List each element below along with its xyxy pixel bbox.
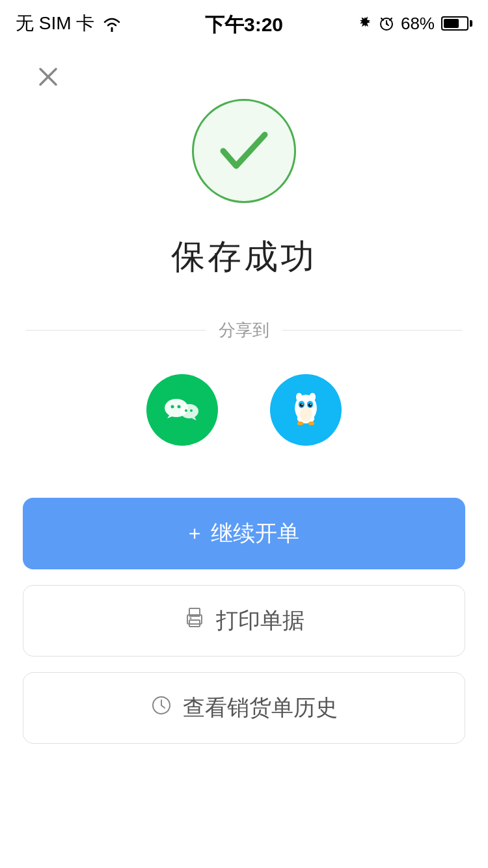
svg-point-4 — [180, 404, 198, 418]
svg-point-15 — [310, 404, 312, 405]
continue-icon: + — [189, 522, 201, 546]
status-bar: 无 SIM 卡 下午3:20 68% — [0, 0, 488, 47]
svg-point-14 — [301, 404, 303, 405]
print-button[interactable]: 打印单据 — [23, 585, 465, 657]
battery-percentage: 68% — [401, 14, 435, 34]
continue-button[interactable]: + 继续开单 — [23, 498, 465, 569]
qq-share-button[interactable] — [270, 374, 342, 446]
alarm-icon — [379, 16, 394, 31]
svg-point-7 — [185, 409, 187, 412]
svg-point-26 — [190, 617, 192, 619]
svg-point-19 — [297, 422, 303, 426]
success-circle — [192, 99, 296, 203]
wechat-icon — [161, 388, 204, 431]
status-right: 68% — [358, 14, 472, 34]
battery-icon — [441, 16, 472, 31]
continue-label: 继续开单 — [211, 519, 299, 549]
svg-point-8 — [190, 409, 193, 412]
success-title: 保存成功 — [171, 234, 317, 280]
close-button[interactable] — [29, 57, 68, 96]
wechat-share-button[interactable] — [146, 374, 218, 446]
status-time: 下午3:20 — [205, 12, 283, 38]
svg-point-6 — [178, 405, 181, 409]
wifi-icon — [101, 15, 123, 32]
location-icon — [358, 16, 372, 31]
svg-point-12 — [300, 403, 304, 407]
print-icon — [183, 607, 206, 634]
sim-status: 无 SIM 卡 — [16, 11, 94, 36]
divider-left — [26, 330, 206, 331]
close-icon — [35, 64, 61, 90]
divider-right — [282, 330, 462, 331]
svg-point-22 — [310, 393, 316, 401]
svg-point-21 — [296, 393, 302, 401]
share-label: 分享到 — [206, 319, 282, 342]
svg-point-20 — [308, 422, 314, 426]
history-label: 查看销货单历史 — [183, 693, 338, 723]
history-icon — [150, 694, 172, 722]
checkmark-icon — [218, 128, 270, 174]
status-left: 无 SIM 卡 — [16, 11, 123, 36]
svg-point-13 — [308, 403, 312, 407]
action-buttons: + 继续开单 打印单据 查看销货单历史 — [23, 498, 465, 744]
share-section: 分享到 — [0, 319, 488, 342]
qq-icon — [286, 390, 326, 430]
svg-point-5 — [171, 405, 174, 409]
share-icons-container — [146, 374, 342, 446]
history-button[interactable]: 查看销货单历史 — [23, 672, 465, 744]
main-content: 保存成功 分享到 — [0, 47, 488, 744]
print-label: 打印单据 — [216, 606, 305, 636]
svg-point-18 — [300, 407, 312, 422]
